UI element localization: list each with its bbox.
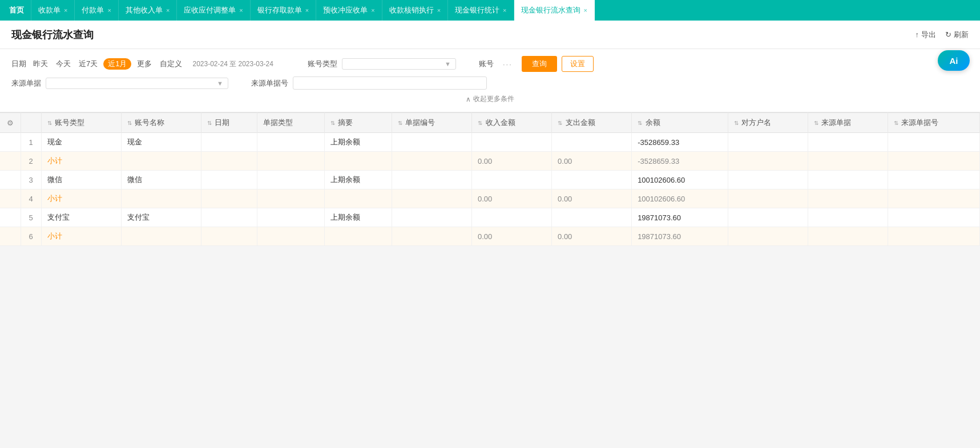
date-opt-yesterday[interactable]: 昨天 [31, 58, 50, 70]
nav-tab-4[interactable]: 银行存取款单 × [251, 0, 316, 21]
row-source-doc-num [888, 208, 979, 227]
account-type-label: 账号类型 [308, 59, 337, 69]
row-doc-type [257, 133, 324, 152]
nav-tab-0[interactable]: 收款单 × [31, 0, 75, 21]
row-expense [552, 208, 632, 227]
nav-tab-1[interactable]: 付款单 × [75, 0, 118, 21]
row-balance: -3528659.33 [632, 152, 728, 171]
row-income: 0.00 [471, 227, 551, 246]
col-account-name[interactable]: ⇅ 账号名称 [121, 113, 201, 133]
row-source-doc [808, 171, 888, 189]
query-button[interactable]: 查询 [522, 56, 557, 72]
close-icon[interactable]: × [305, 7, 309, 14]
row-counterparty [728, 133, 808, 152]
refresh-button[interactable]: ↻ 刷新 [945, 30, 969, 40]
col-summary[interactable]: ⇅ 摘要 [324, 113, 392, 133]
close-icon[interactable]: × [239, 7, 243, 14]
row-source-doc-num [888, 152, 979, 171]
close-icon[interactable]: × [371, 7, 374, 14]
row-account-name: 微信 [121, 171, 201, 189]
sort-icon: ⇅ [894, 120, 898, 126]
row-doc-type [257, 171, 324, 189]
row-gear-cell [0, 227, 21, 246]
date-opt-more[interactable]: 更多 [135, 58, 154, 70]
date-opt-1month[interactable]: 近1月 [103, 58, 131, 70]
nav-tab-7[interactable]: 现金银行统计 × [448, 0, 514, 21]
collapse-bar[interactable]: ∧ 收起更多条件 [11, 92, 969, 107]
nav-tab-8[interactable]: 现金银行流水查询 × [514, 0, 595, 21]
sort-icon: ⇅ [558, 120, 562, 126]
export-icon: ↑ [916, 30, 919, 39]
account-type-select[interactable]: ▼ [342, 58, 456, 70]
filter-row-2: 来源单据 ▼ 来源单据号 [11, 76, 969, 90]
date-opt-today[interactable]: 今天 [54, 58, 73, 70]
header-actions: ↑ 导出 ↻ 刷新 [916, 30, 969, 40]
row-counterparty [728, 171, 808, 189]
nav-tab-3[interactable]: 应收应付调整单 × [177, 0, 250, 21]
nav-tab-5[interactable]: 预收冲应收单 × [316, 0, 382, 21]
row-index-cell: 5 [21, 208, 41, 227]
col-expense[interactable]: ⇅ 支出金额 [552, 113, 632, 133]
row-doc-number [392, 152, 471, 171]
date-opt-7days[interactable]: 近7天 [76, 58, 100, 70]
row-doc-type [257, 208, 324, 227]
date-opt-custom[interactable]: 自定义 [158, 58, 184, 70]
account-label: 账号 [479, 59, 494, 69]
row-gear-cell [0, 171, 21, 189]
row-expense [552, 133, 632, 152]
row-index-cell: 4 [21, 189, 41, 208]
row-source-doc [808, 152, 888, 171]
export-button[interactable]: ↑ 导出 [916, 30, 937, 40]
row-date [201, 227, 257, 246]
row-gear-cell [0, 133, 21, 152]
nav-tab-2[interactable]: 其他收入单 × [119, 0, 177, 21]
row-account-name [121, 152, 201, 171]
row-doc-type [257, 189, 324, 208]
nav-home[interactable]: 首页 [2, 0, 31, 21]
row-summary: 上期余额 [324, 171, 392, 189]
close-icon[interactable]: × [584, 7, 587, 14]
col-balance[interactable]: ⇅ 余额 [632, 113, 728, 133]
col-counterparty[interactable]: ⇅ 对方户名 [728, 113, 808, 133]
source-doc-select[interactable]: ▼ [46, 78, 228, 89]
row-account-name [121, 227, 201, 246]
col-source-doc-num[interactable]: ⇅ 来源单据号 [888, 113, 979, 133]
row-account-name: 现金 [121, 133, 201, 152]
sort-icon: ⇅ [47, 120, 52, 126]
row-balance: 100102606.60 [632, 189, 728, 208]
sort-icon: ⇅ [127, 120, 132, 126]
col-gear[interactable]: ⚙ [0, 113, 21, 133]
row-expense [552, 171, 632, 189]
source-doc-num-input[interactable] [293, 76, 487, 90]
settings-button[interactable]: 设置 [562, 56, 594, 72]
nav-tab-6[interactable]: 收款核销执行 × [382, 0, 448, 21]
row-index-cell: 3 [21, 171, 41, 189]
row-counterparty [728, 208, 808, 227]
account-dots[interactable]: ··· [503, 60, 513, 68]
col-account-type[interactable]: ⇅ 账号类型 [41, 113, 121, 133]
close-icon[interactable]: × [107, 7, 111, 14]
row-doc-number [392, 208, 471, 227]
row-source-doc-num [888, 171, 979, 189]
row-source-doc-num [888, 133, 979, 152]
close-icon[interactable]: × [437, 7, 441, 14]
gear-icon[interactable]: ⚙ [7, 119, 14, 127]
col-income[interactable]: ⇅ 收入金额 [471, 113, 551, 133]
col-source-doc[interactable]: ⇅ 来源单据 [808, 113, 888, 133]
row-expense: 0.00 [552, 189, 632, 208]
col-date[interactable]: ⇅ 日期 [201, 113, 257, 133]
row-date [201, 152, 257, 171]
row-account-name: 支付宝 [121, 208, 201, 227]
ai-assistant-button[interactable]: Ai [938, 50, 970, 71]
col-doc-number[interactable]: ⇅ 单据编号 [392, 113, 471, 133]
close-icon[interactable]: × [166, 7, 170, 14]
row-balance: 19871073.60 [632, 227, 728, 246]
row-date [201, 208, 257, 227]
row-income [471, 171, 551, 189]
page-header: 现金银行流水查询 ↑ 导出 ↻ 刷新 [0, 21, 980, 49]
close-icon[interactable]: × [64, 7, 67, 14]
close-icon[interactable]: × [503, 7, 506, 14]
table-body: 1现金现金上期余额-3528659.332小计0.000.00-3528659.… [0, 133, 980, 246]
row-source-doc [808, 208, 888, 227]
row-account-type: 微信 [41, 171, 121, 189]
